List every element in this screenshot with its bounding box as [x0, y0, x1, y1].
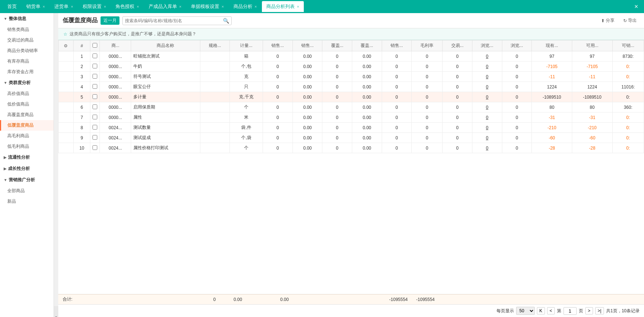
td-cover2: 0.00	[352, 123, 382, 133]
sidebar-section-cluster[interactable]: ▼ 类群度分析	[0, 77, 54, 88]
nav-tab-template[interactable]: 单据模板设置 ×	[186, 1, 228, 12]
td-checkbox[interactable]	[90, 92, 100, 102]
sidebar-item-high-value[interactable]: 高价值商品	[0, 88, 54, 99]
td-sales-qty: 0	[263, 82, 293, 92]
footer-sales-amt: 0.00	[227, 297, 249, 302]
close-icon[interactable]: ×	[71, 4, 73, 9]
row-checkbox[interactable]	[93, 84, 97, 89]
td-gross-rate: 0	[412, 123, 443, 133]
td-code: 0000...	[100, 82, 131, 92]
sidebar-item-all-goods[interactable]: 全部商品	[0, 186, 54, 196]
row-checkbox[interactable]	[93, 125, 97, 130]
footer-current: -1095554	[386, 297, 411, 302]
th-settings[interactable]: ⚙	[58, 40, 74, 51]
row-checkbox[interactable]	[93, 135, 97, 140]
table-row: 5 0000... 多计量 克,千克 0 0.00 0 0.00 0 0 0 0…	[58, 92, 644, 102]
nav-tab-permissions[interactable]: 权限设置 ×	[78, 1, 110, 12]
current-page-input[interactable]	[564, 307, 577, 315]
sidebar-item-low-coverage[interactable]: 低覆盖度商品	[0, 120, 54, 131]
td-sales-qty: 0	[263, 62, 293, 72]
td-code: 0000...	[100, 51, 131, 62]
row-checkbox[interactable]	[93, 64, 97, 68]
row-checkbox[interactable]	[93, 94, 97, 99]
close-icon[interactable]: ×	[221, 4, 224, 9]
content-header: 低覆盖度商品 近一月 🔍 ⬆ 分享 ↻ 导出	[58, 13, 644, 28]
nav-tab-home[interactable]: 首页	[3, 1, 21, 12]
row-checkbox[interactable]	[93, 145, 97, 150]
export-button[interactable]: ↻ 导出	[620, 16, 640, 25]
search-input[interactable]	[125, 18, 223, 23]
sidebar-section-flow[interactable]: ▶ 流通性分析	[0, 152, 54, 163]
prev-page-button[interactable]: <	[547, 307, 555, 314]
td-sellable: 0:	[612, 72, 644, 82]
sidebar-item-new-goods[interactable]: 新品	[0, 196, 54, 207]
td-browse2: 0	[502, 143, 532, 153]
per-page-select[interactable]: 50 100 200	[516, 307, 535, 315]
nav-tab-product-analysis-list[interactable]: 商品分析列表 ×	[262, 1, 303, 12]
sidebar-collapse-button[interactable]: «	[54, 306, 58, 317]
window-close-button[interactable]: ×	[631, 1, 641, 12]
td-sellable: 11016:	[612, 82, 644, 92]
td-checkbox[interactable]	[90, 133, 100, 143]
period-button[interactable]: 近一月	[101, 16, 119, 25]
td-checkbox[interactable]	[90, 72, 100, 82]
td-checkbox[interactable]	[90, 123, 100, 133]
td-name: 属性价格打印测试	[131, 143, 200, 153]
last-page-button[interactable]: >|	[595, 307, 604, 314]
sidebar-section-marketing[interactable]: ▼ 营销推广分析	[0, 174, 54, 186]
td-trade: 0	[443, 72, 472, 82]
td-index: 5	[74, 92, 90, 102]
first-page-button[interactable]: K	[537, 307, 545, 314]
search-icon: 🔍	[223, 18, 229, 24]
sidebar-item-stock-goods[interactable]: 有库存商品	[0, 56, 54, 67]
sidebar-item-high-margin[interactable]: 高毛利商品	[0, 131, 54, 141]
chevron-down-icon: ▼	[4, 178, 7, 182]
nav-tab-product-analysis[interactable]: 商品分析 ×	[229, 1, 261, 12]
td-checkbox[interactable]	[90, 62, 100, 72]
td-checkbox[interactable]	[90, 112, 100, 123]
sidebar-item-low-value[interactable]: 低价值商品	[0, 99, 54, 110]
sidebar-item-high-coverage[interactable]: 高覆盖度商品	[0, 110, 54, 120]
sidebar-item-traded-goods[interactable]: 交易过的商品	[0, 35, 54, 45]
row-checkbox[interactable]	[93, 104, 97, 109]
close-icon[interactable]: ×	[179, 4, 181, 9]
td-sales2: 0	[382, 112, 412, 123]
nav-tab-purchase[interactable]: 进货单 ×	[50, 1, 77, 12]
row-checkbox[interactable]	[93, 115, 97, 119]
th-available: 可用...	[572, 40, 612, 51]
nav-tab-warehouse[interactable]: 产成品入库单 ×	[144, 1, 186, 12]
sidebar-section-growth[interactable]: ▶ 成长性分析	[0, 163, 54, 174]
share-button[interactable]: ⬆ 分享	[598, 16, 617, 25]
export-icon: ↻	[623, 18, 627, 23]
td-browse1: 0	[472, 143, 502, 153]
td-settings	[58, 123, 74, 133]
td-checkbox[interactable]	[90, 102, 100, 112]
select-all-checkbox[interactable]	[93, 43, 97, 48]
th-cover1: 覆盖...	[322, 40, 352, 51]
close-icon[interactable]: ×	[104, 4, 106, 9]
next-page-button[interactable]: >	[585, 307, 593, 314]
close-icon[interactable]: ×	[297, 4, 299, 9]
td-checkbox[interactable]	[90, 82, 100, 92]
nav-tab-sales[interactable]: 销货单 ×	[22, 1, 49, 12]
sidebar-item-category-rate[interactable]: 商品分类动销率	[0, 45, 54, 56]
sidebar-item-sales-goods[interactable]: 销售类商品	[0, 24, 54, 35]
close-icon[interactable]: ×	[137, 4, 139, 9]
sidebar-item-capital-usage[interactable]: 库存资金占用	[0, 67, 54, 77]
th-trade: 交易...	[443, 40, 472, 51]
td-cover2: 0.00	[352, 133, 382, 143]
sidebar-section-overview[interactable]: ▼ 整体信息	[0, 13, 54, 24]
td-checkbox[interactable]	[90, 143, 100, 153]
nav-tab-roles[interactable]: 角色授权 ×	[111, 1, 143, 12]
close-icon[interactable]: ×	[255, 4, 257, 9]
sidebar-item-low-margin[interactable]: 低毛利商品	[0, 141, 54, 152]
search-box: 🔍	[122, 16, 232, 25]
td-trade: 0	[443, 51, 472, 62]
row-checkbox[interactable]	[93, 74, 97, 79]
row-checkbox[interactable]	[93, 54, 97, 58]
td-current: -60	[532, 133, 572, 143]
close-icon[interactable]: ×	[43, 4, 45, 9]
td-cover2: 0.00	[352, 92, 382, 102]
td-checkbox[interactable]	[90, 51, 100, 62]
td-settings	[58, 62, 74, 72]
